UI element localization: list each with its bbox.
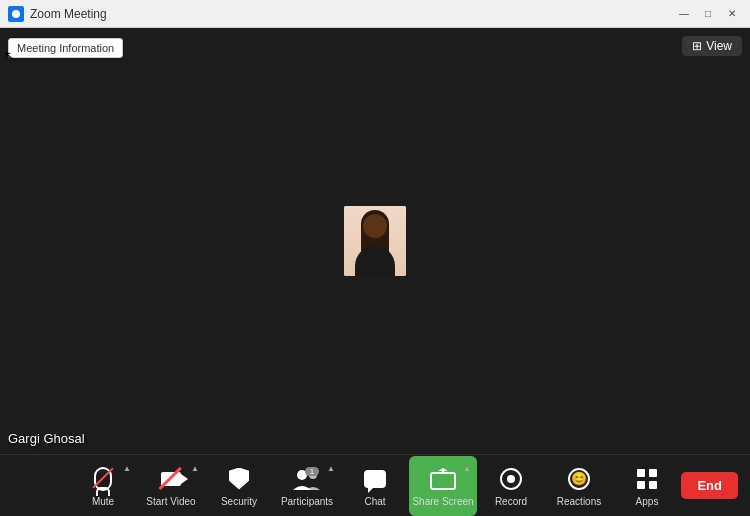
apps-label: Apps xyxy=(636,496,659,507)
security-icon xyxy=(225,465,253,493)
meeting-info-tooltip[interactable]: Meeting Information xyxy=(8,38,123,58)
share-screen-icon xyxy=(429,465,457,493)
share-screen-label: Share Screen xyxy=(412,496,473,507)
apps-button[interactable]: Apps xyxy=(613,456,681,516)
head xyxy=(363,214,387,238)
mute-chevron[interactable]: ▲ xyxy=(123,464,131,473)
apps-svg xyxy=(636,468,658,490)
svg-rect-8 xyxy=(637,481,645,489)
reactions-button[interactable]: 😊 Reactions xyxy=(545,456,613,516)
chat-bubble xyxy=(364,470,386,488)
participants-button[interactable]: 1 Participants ▲ xyxy=(273,456,341,516)
participants-label: Participants xyxy=(281,496,333,507)
chat-icon xyxy=(361,465,389,493)
app-icon xyxy=(8,6,24,22)
chat-button[interactable]: Chat xyxy=(341,456,409,516)
reactions-label: Reactions xyxy=(557,496,601,507)
maximize-button[interactable]: □ xyxy=(698,4,718,24)
video-label: Start Video xyxy=(146,496,195,507)
view-button[interactable]: ⊞ View xyxy=(682,36,742,56)
record-dot xyxy=(507,475,515,483)
participant-silhouette xyxy=(344,206,406,276)
window-title: Zoom Meeting xyxy=(30,7,107,21)
svg-rect-9 xyxy=(649,481,657,489)
titlebar-left: Zoom Meeting xyxy=(8,6,107,22)
apps-icon xyxy=(633,465,661,493)
view-icon: ⊞ xyxy=(692,39,702,53)
video-chevron[interactable]: ▲ xyxy=(191,464,199,473)
minimize-button[interactable]: — xyxy=(674,4,694,24)
record-icon xyxy=(497,465,525,493)
mute-button[interactable]: Mute ▲ xyxy=(69,456,137,516)
reactions-icon: 😊 xyxy=(565,465,593,493)
emoji-shape: 😊 xyxy=(568,468,590,490)
svg-rect-6 xyxy=(637,469,645,477)
record-circle xyxy=(500,468,522,490)
share-chevron[interactable]: ▲ xyxy=(463,464,471,473)
shield-shape xyxy=(229,468,249,490)
participants-icon: 1 xyxy=(293,465,321,493)
window-controls[interactable]: — □ ✕ xyxy=(674,4,742,24)
start-video-button[interactable]: Start Video ▲ xyxy=(137,456,205,516)
participants-chevron[interactable]: ▲ xyxy=(327,464,335,473)
share-svg xyxy=(430,468,456,490)
meeting-area: ↖ Meeting Information ⊞ View Gargi Ghosa… xyxy=(0,28,750,454)
title-bar: Zoom Meeting — □ ✕ xyxy=(0,0,750,28)
participants-badge: 1 xyxy=(305,467,319,476)
security-button[interactable]: Security xyxy=(205,456,273,516)
video-icon xyxy=(157,465,185,493)
mute-icon xyxy=(89,465,117,493)
chat-label: Chat xyxy=(364,496,385,507)
record-button[interactable]: Record xyxy=(477,456,545,516)
security-label: Security xyxy=(221,496,257,507)
close-button[interactable]: ✕ xyxy=(722,4,742,24)
toolbar: Mute ▲ Start Video ▲ Security 1 Part xyxy=(0,454,750,516)
svg-rect-3 xyxy=(431,473,455,489)
svg-point-0 xyxy=(12,10,20,18)
record-label: Record xyxy=(495,496,527,507)
participant-video xyxy=(344,206,406,276)
share-screen-button[interactable]: Share Screen ▲ xyxy=(409,456,477,516)
body xyxy=(355,246,395,276)
mute-label: Mute xyxy=(92,496,114,507)
participant-name: Gargi Ghosal xyxy=(8,431,85,446)
view-label: View xyxy=(706,39,732,53)
svg-marker-5 xyxy=(438,468,448,471)
end-button[interactable]: End xyxy=(681,472,738,499)
svg-rect-7 xyxy=(649,469,657,477)
